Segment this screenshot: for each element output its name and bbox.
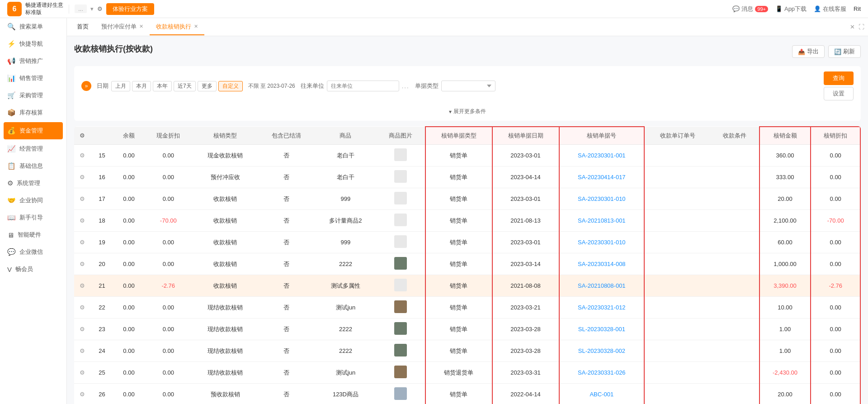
more-btn[interactable]: 更多 [198, 81, 217, 91]
sidebar-item-system[interactable]: ⚙ 系统管理 [0, 175, 66, 192]
td-receipt-condition [711, 362, 760, 384]
td-gear[interactable]: ⚙ [74, 210, 90, 232]
td-verify-bill-no[interactable]: SA-20230301-001 [559, 145, 645, 166]
sidebar-item-nav[interactable]: ⚡ 快捷导航 [0, 35, 66, 52]
td-num: 19 [90, 232, 113, 253]
td-verify-type: 收款核销 [193, 210, 258, 232]
td-verify-bill-no[interactable]: SA-20210813-001 [559, 210, 645, 232]
table-row: ⚙ 25 0.00 0.00 现结收款核销 否 测试jun 销货退货单 2023… [74, 362, 860, 384]
col-num [90, 127, 113, 145]
table-row: ⚙ 22 0.00 0.00 现结收款核销 否 测试jun 销货单 2023-0… [74, 297, 860, 318]
this-month-btn[interactable]: 本月 [132, 81, 151, 91]
table-row: ⚙ 20 0.00 0.00 收款核销 否 2222 销货单 2023-03-1… [74, 253, 860, 275]
sidebar-item-vip[interactable]: V 畅会员 [0, 261, 66, 278]
td-verify-discount: 0.00 [811, 253, 860, 275]
td-verify-discount: 0.00 [811, 297, 860, 318]
sidebar-item-purchase[interactable]: 🛒 采购管理 [0, 87, 66, 104]
refresh-button[interactable]: 🔄 刷新 [828, 45, 861, 58]
sidebar-item-hardware[interactable]: 🖥 智能硬件 [0, 226, 66, 243]
td-include-settled: 否 [258, 166, 315, 188]
top-bar-left: 6 畅捷通谱好生意 标准版 ... ▾ ⚙ 体验行业方案 [7, 2, 727, 16]
tab-expand-icon[interactable]: ⛶ [859, 24, 864, 30]
td-product: 老白干 [315, 166, 376, 188]
message-badge: 99+ [755, 6, 768, 12]
td-product-image [377, 275, 425, 297]
tab-close-window-icon[interactable]: ✕ [850, 24, 855, 30]
td-verify-bill-no[interactable]: SA-20230314-008 [559, 253, 645, 275]
query-button[interactable]: 查询 [824, 71, 854, 85]
export-button[interactable]: 📤 导出 [792, 45, 825, 58]
td-gear[interactable]: ⚙ [74, 275, 90, 297]
td-verify-discount: -70.00 [811, 210, 860, 232]
sidebar-item-label: 快捷导航 [19, 40, 43, 48]
td-cash-discount: -2.76 [144, 275, 193, 297]
sidebar-item-inventory[interactable]: 📦 库存核算 [0, 104, 66, 121]
online-service-link[interactable]: 👤 在线客服 [814, 5, 846, 13]
tab-close-prepay[interactable]: ✕ [139, 24, 143, 29]
td-verify-bill-no[interactable]: SA-20210808-001 [559, 275, 645, 297]
tab-verify[interactable]: 收款核销执行 ✕ [150, 19, 204, 35]
td-verify-bill-no[interactable]: SA-20230414-017 [559, 166, 645, 188]
sidebar-item-finance[interactable]: 💰 资金管理 [4, 122, 63, 139]
td-verify-bill-no[interactable]: SA-20230321-012 [559, 297, 645, 318]
sidebar-item-guide[interactable]: 📖 新手引导 [0, 209, 66, 226]
td-verify-bill-no[interactable]: SL-20230328-001 [559, 318, 645, 340]
tab-close-verify[interactable]: ✕ [194, 24, 198, 29]
sidebar-item-basic[interactable]: 📋 基础信息 [0, 157, 66, 175]
tab-prepay[interactable]: 预付冲应付单 ✕ [95, 19, 150, 35]
custom-btn[interactable]: 自定义 [218, 81, 243, 91]
filter-bill-type-group: 单据类型 [415, 81, 495, 91]
sidebar-item-sales[interactable]: 📊 销售管理 [0, 70, 66, 87]
td-verify-amount: 10.00 [760, 297, 811, 318]
td-include-settled: 否 [258, 188, 315, 210]
td-include-settled: 否 [258, 384, 315, 404]
td-num: 20 [90, 253, 113, 275]
td-verify-bill-no[interactable]: SL-20230328-002 [559, 340, 645, 362]
sidebar-item-search[interactable]: 🔍 搜索菜单 [0, 18, 66, 35]
company-dropdown-icon[interactable]: ▾ [90, 5, 94, 12]
table-settings-icon[interactable]: ⚙ [80, 132, 85, 139]
td-receipt-condition [711, 297, 760, 318]
col-gear[interactable]: ⚙ [74, 127, 90, 145]
td-verify-amount: 20.00 [760, 384, 811, 404]
from-unit-input[interactable] [327, 81, 399, 91]
sidebar-item-enterprise[interactable]: 🤝 企业协同 [0, 192, 66, 209]
filter-settings-button[interactable]: 设置 [824, 87, 854, 100]
td-verify-type: 现结收款核销 [193, 318, 258, 340]
td-gear[interactable]: ⚙ [74, 188, 90, 210]
sidebar-item-marketing[interactable]: 📢 营销推广 [0, 52, 66, 70]
app-download-link[interactable]: 📱 App下载 [775, 5, 807, 13]
td-gear[interactable]: ⚙ [74, 384, 90, 404]
last-month-btn[interactable]: 上月 [111, 81, 130, 91]
td-verify-bill-no[interactable]: ABC-001 [559, 384, 645, 404]
last-7days-btn[interactable]: 近7天 [174, 81, 196, 91]
expand-more-button[interactable]: ▾ 展开更多条件 [449, 108, 486, 115]
sidebar-item-wechat[interactable]: 💬 企业微信 [0, 243, 66, 261]
td-gear[interactable]: ⚙ [74, 166, 90, 188]
td-gear[interactable]: ⚙ [74, 297, 90, 318]
td-verify-discount: -2.76 [811, 275, 860, 297]
td-verify-bill-no[interactable]: SA-20230301-010 [559, 188, 645, 210]
this-year-btn[interactable]: 本年 [153, 81, 172, 91]
settings-icon[interactable]: ⚙ [97, 5, 103, 12]
bill-type-select[interactable] [441, 81, 495, 91]
filter-unit-group: 往来单位 ... [301, 81, 410, 91]
td-gear[interactable]: ⚙ [74, 145, 90, 166]
td-verify-bill-no[interactable]: SA-20230301-010 [559, 232, 645, 253]
td-verify-bill-type: 销货单 [425, 253, 492, 275]
sidebar-item-label: 基础信息 [19, 162, 43, 170]
td-gear[interactable]: ⚙ [74, 340, 90, 362]
td-verify-bill-no[interactable]: SA-20230331-026 [559, 362, 645, 384]
filter-expand-button[interactable]: » [81, 81, 91, 91]
message-icon[interactable]: 💬 消息 99+ [732, 5, 768, 13]
tab-home[interactable]: 首页 [71, 19, 95, 35]
sidebar-item-label: 企业微信 [19, 248, 43, 256]
td-product-image [377, 340, 425, 362]
td-gear[interactable]: ⚙ [74, 253, 90, 275]
sidebar-item-operations[interactable]: 📈 经营管理 [0, 140, 66, 157]
td-gear[interactable]: ⚙ [74, 318, 90, 340]
td-verify-bill-date: 2021-08-08 [492, 275, 559, 297]
td-gear[interactable]: ⚙ [74, 362, 90, 384]
trial-btn[interactable]: 体验行业方案 [106, 3, 154, 15]
td-gear[interactable]: ⚙ [74, 232, 90, 253]
